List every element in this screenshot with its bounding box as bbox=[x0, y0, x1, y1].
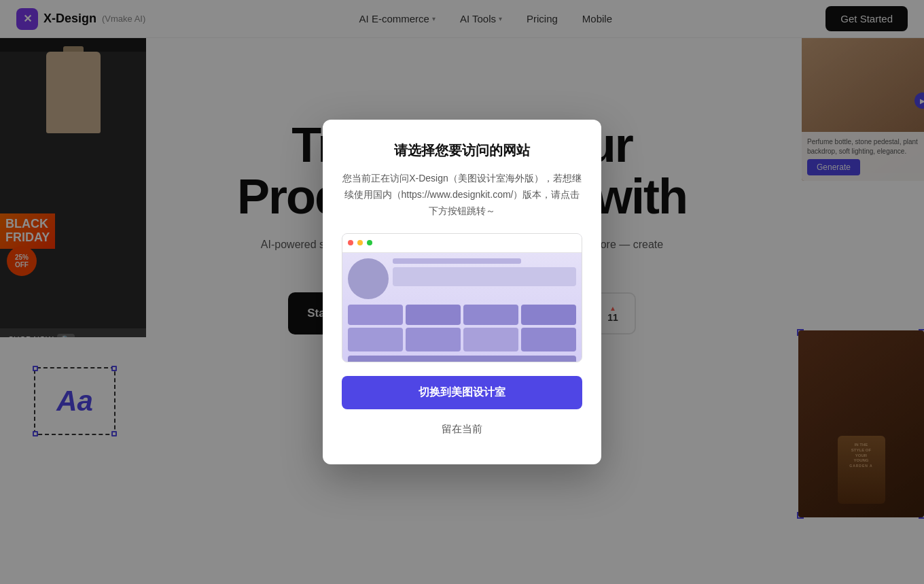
modal-body: 您当前正在访问X-Design（美图设计室海外版），若想继续使用国内（https… bbox=[342, 171, 582, 219]
modal-overlay[interactable]: 请选择您要访问的网站 您当前正在访问X-Design（美图设计室海外版），若想继… bbox=[0, 0, 924, 584]
dot-green bbox=[367, 240, 372, 245]
modal-dialog: 请选择您要访问的网站 您当前正在访问X-Design（美图设计室海外版），若想继… bbox=[323, 120, 601, 464]
stay-button[interactable]: 留在当前 bbox=[342, 416, 582, 443]
modal-screenshot bbox=[342, 233, 582, 362]
dot-yellow bbox=[357, 240, 363, 245]
dot-red bbox=[348, 240, 353, 245]
switch-button[interactable]: 切换到美图设计室 bbox=[342, 376, 582, 409]
modal-title: 请选择您要访问的网站 bbox=[342, 141, 582, 160]
screenshot-toolbar bbox=[342, 234, 582, 253]
